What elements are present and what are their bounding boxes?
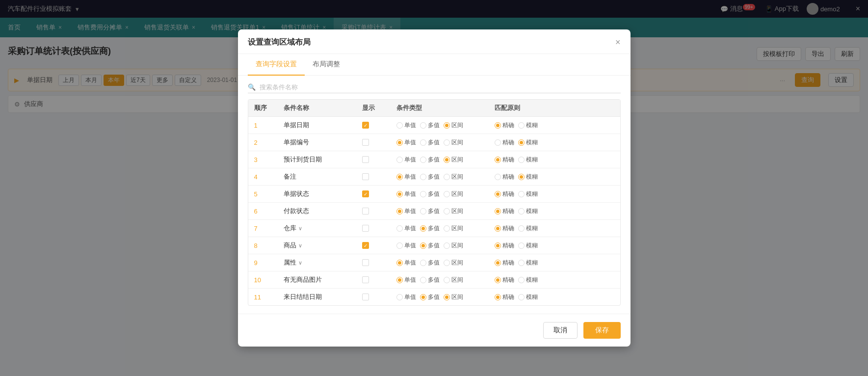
radio-multi[interactable]: 多值: [420, 242, 440, 250]
row-num: 2: [254, 139, 284, 146]
radio-range[interactable]: 区间: [444, 173, 463, 181]
radio-circle: [396, 174, 403, 180]
radio-single[interactable]: 单值: [396, 276, 416, 284]
radio-exact[interactable]: 精确: [495, 138, 514, 147]
table-header-row: 顺序 条件名称 显示 条件类型 匹配原则: [248, 100, 620, 117]
condition-type-group: 单值 多值 区间: [396, 242, 495, 250]
radio-single[interactable]: 单值: [396, 121, 416, 130]
radio-single[interactable]: 单值: [396, 138, 416, 147]
radio-exact[interactable]: 精确: [495, 242, 514, 250]
radio-exact[interactable]: 精确: [495, 276, 514, 284]
radio-single[interactable]: 单值: [396, 207, 416, 215]
radio-range[interactable]: 区间: [444, 242, 463, 250]
radio-range[interactable]: 区间: [444, 190, 463, 198]
row-num: 7: [254, 225, 284, 232]
radio-single[interactable]: 单值: [396, 242, 416, 250]
row-num: 11: [254, 294, 284, 301]
radio-range[interactable]: 区间: [444, 156, 463, 164]
table-row: 9属性 ∨ 单值 多值 区间 精确 模糊: [248, 254, 620, 271]
radio-exact[interactable]: 精确: [495, 224, 514, 233]
radio-fuzzy[interactable]: 模糊: [518, 293, 538, 301]
radio-exact[interactable]: 精确: [495, 121, 514, 130]
radio-single[interactable]: 单值: [396, 224, 416, 233]
radio-multi[interactable]: 多值: [420, 224, 440, 233]
radio-fuzzy[interactable]: 模糊: [518, 224, 538, 233]
row-name: 商品 ∨: [284, 241, 362, 250]
radio-exact[interactable]: 精确: [495, 156, 514, 164]
radio-multi[interactable]: 多值: [420, 259, 440, 267]
radio-exact[interactable]: 精确: [495, 207, 514, 215]
radio-circle: [396, 260, 403, 266]
display-checkbox[interactable]: [362, 139, 369, 146]
radio-multi[interactable]: 多值: [420, 121, 440, 130]
radio-single[interactable]: 单值: [396, 173, 416, 181]
save-button[interactable]: 保存: [583, 322, 621, 339]
display-checkbox[interactable]: [362, 294, 369, 300]
display-checkbox[interactable]: [362, 122, 369, 129]
radio-single[interactable]: 单值: [396, 156, 416, 164]
display-checkbox[interactable]: [362, 242, 369, 249]
radio-circle: [396, 208, 403, 215]
radio-range[interactable]: 区间: [444, 138, 463, 147]
radio-circle: [396, 122, 403, 129]
radio-exact[interactable]: 精确: [495, 293, 514, 301]
dialog-tab-layout[interactable]: 布局调整: [305, 54, 348, 76]
display-checkbox[interactable]: [362, 225, 369, 232]
dialog-tab-fields[interactable]: 查询字段设置: [248, 54, 305, 76]
radio-range[interactable]: 区间: [444, 276, 463, 284]
radio-exact[interactable]: 精确: [495, 259, 514, 267]
dialog-close-button[interactable]: ×: [615, 37, 621, 48]
display-checkbox[interactable]: [362, 208, 369, 215]
radio-exact[interactable]: 精确: [495, 190, 514, 198]
radio-fuzzy[interactable]: 模糊: [518, 138, 538, 147]
display-checkbox[interactable]: [362, 259, 369, 266]
radio-multi[interactable]: 多值: [420, 293, 440, 301]
match-rule-group: 精确 模糊: [495, 156, 593, 164]
row-name: 付款状态: [284, 207, 362, 215]
cancel-button[interactable]: 取消: [543, 322, 578, 339]
radio-fuzzy[interactable]: 模糊: [518, 242, 538, 250]
radio-fuzzy[interactable]: 模糊: [518, 190, 538, 198]
radio-circle: [420, 139, 426, 146]
radio-fuzzy[interactable]: 模糊: [518, 207, 538, 215]
display-checkbox[interactable]: [362, 190, 369, 197]
radio-multi[interactable]: 多值: [420, 138, 440, 147]
radio-range[interactable]: 区间: [444, 207, 463, 215]
search-icon: 🔍: [248, 83, 256, 91]
condition-type-group: 单值 多值 区间: [396, 224, 495, 233]
radio-exact[interactable]: 精确: [495, 173, 514, 181]
radio-multi[interactable]: 多值: [420, 190, 440, 198]
radio-multi[interactable]: 多值: [420, 173, 440, 181]
radio-circle: [444, 122, 450, 129]
radio-range[interactable]: 区间: [444, 293, 463, 301]
match-rule-group: 精确 模糊: [495, 242, 593, 250]
settings-dialog: 设置查询区域布局 × 查询字段设置 布局调整 🔍 顺序 条件名称: [238, 29, 631, 347]
radio-circle: [444, 225, 450, 232]
radio-multi[interactable]: 多值: [420, 276, 440, 284]
radio-range[interactable]: 区间: [444, 224, 463, 233]
radio-fuzzy[interactable]: 模糊: [518, 173, 538, 181]
radio-range[interactable]: 区间: [444, 121, 463, 130]
radio-single[interactable]: 单值: [396, 259, 416, 267]
radio-circle: [518, 157, 525, 163]
chevron-icon: ∨: [298, 260, 302, 266]
radio-multi[interactable]: 多值: [420, 156, 440, 164]
display-checkbox[interactable]: [362, 156, 369, 163]
condition-type-group: 单值 多值 区间: [396, 293, 495, 301]
radio-circle: [420, 122, 426, 129]
radio-fuzzy[interactable]: 模糊: [518, 259, 538, 267]
row-name: 备注: [284, 172, 362, 181]
radio-single[interactable]: 单值: [396, 293, 416, 301]
header-type: 条件类型: [396, 104, 495, 112]
search-input[interactable]: [260, 83, 621, 91]
radio-fuzzy[interactable]: 模糊: [518, 121, 538, 130]
radio-single[interactable]: 单值: [396, 190, 416, 198]
radio-fuzzy[interactable]: 模糊: [518, 156, 538, 164]
radio-range[interactable]: 区间: [444, 259, 463, 267]
radio-circle: [420, 157, 426, 163]
display-checkbox[interactable]: [362, 276, 369, 283]
row-name: 单据状态: [284, 189, 362, 198]
radio-fuzzy[interactable]: 模糊: [518, 276, 538, 284]
radio-multi[interactable]: 多值: [420, 207, 440, 215]
display-checkbox[interactable]: [362, 173, 369, 180]
